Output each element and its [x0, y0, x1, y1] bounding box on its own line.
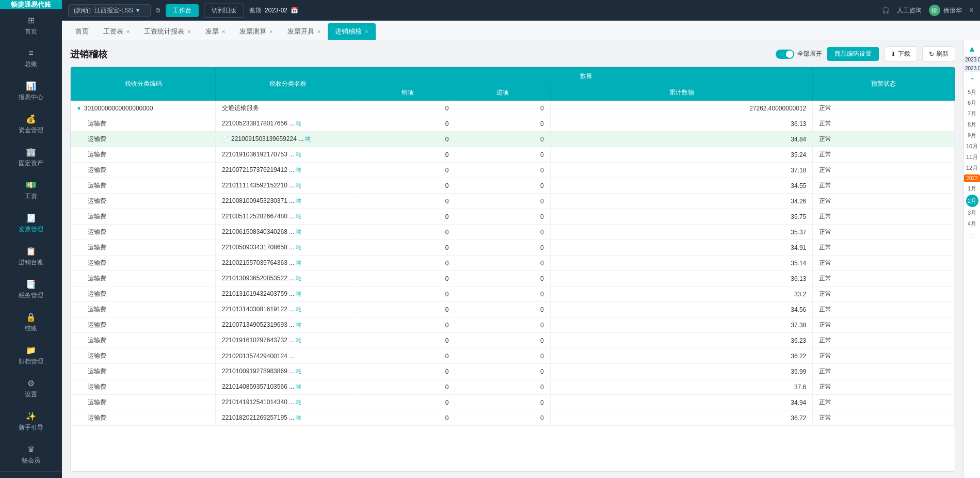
product-code-button[interactable]: 商品编码设置 [827, 47, 879, 61]
tab-payroll[interactable]: 工资表 × [96, 23, 137, 40]
tab-invoice-open-close[interactable]: × [317, 28, 320, 35]
table-row[interactable]: 运输费 2210081009453230371 ... 吨 0 0 34.26 … [71, 194, 955, 209]
table-row[interactable]: 运输费 2210141912541014340 ... 吨 0 0 34.94 … [71, 395, 955, 410]
th-total-qty: 累计数额 [550, 85, 812, 101]
table-row[interactable]: 运输费 2210050903431708658 ... 吨 0 0 34.91 … [71, 240, 955, 256]
report-icon: 📊 [26, 81, 36, 91]
tab-invoice-close[interactable]: × [222, 28, 225, 35]
table-row[interactable]: 运输费 2210051125282667480 ... 吨 0 0 35.75 … [71, 209, 955, 225]
month-1[interactable]: 1月 [964, 183, 980, 194]
sidebar-item-label: 工资 [25, 192, 37, 201]
tab-payroll-stat-close[interactable]: × [187, 28, 190, 35]
calendar-icon[interactable]: 📅 [291, 7, 298, 14]
sidebar-item-tax[interactable]: 📑 税务管理 [0, 273, 62, 306]
item-total: 37.6 [550, 379, 812, 395]
month-4[interactable]: 4月 [964, 218, 980, 229]
item-code: 2210182021269257195 ... 吨 [216, 410, 360, 426]
table-row[interactable]: 运输费 2210191610297643732 ... 吨 0 0 36.23 … [71, 333, 955, 348]
table-row[interactable]: 运输费 2210021557035764363 ... 吨 0 0 35.14 … [71, 256, 955, 271]
month-8[interactable]: 8月 [964, 119, 980, 130]
item-name: 运输费 [71, 256, 216, 271]
sidebar-item-invoice-mgmt[interactable]: 🧾 发票管理 [0, 207, 62, 240]
item-status: 正常 [813, 225, 955, 240]
month-5[interactable]: 5月 [964, 87, 980, 98]
table-row[interactable]: 运输费 2210072157376219412 ... 吨 0 0 37.18 … [71, 163, 955, 178]
table-row[interactable]: 运输费 2210100919278983869 ... 吨 0 0 35.99 … [71, 364, 955, 379]
sidebar-item-ledger[interactable]: ≡ 总账 [0, 42, 62, 75]
user-area[interactable]: 徐 徐澄华 [929, 5, 962, 16]
month-11[interactable]: 11月 [964, 152, 980, 163]
table-row[interactable]: 运输费 2210182021269257195 ... 吨 0 0 36.72 … [71, 410, 955, 426]
item-status: 正常 [813, 395, 955, 410]
table-row[interactable]: 运输费 2210061508340340268 ... 吨 0 0 35.37 … [71, 225, 955, 240]
expand-icon[interactable]: ▾ [77, 105, 81, 112]
month-6[interactable]: 6月 [964, 98, 980, 108]
reconcile-table: 税收分类编码 税收分类名称 数量 预警状态 销项 进项 累计数额 [71, 67, 955, 426]
item-status: 正常 [813, 364, 955, 379]
month-3[interactable]: 3月 [964, 208, 980, 218]
table-row[interactable]: 运输费 2210071349052319693 ... 吨 0 0 37.38 … [71, 317, 955, 333]
workspace-button[interactable]: 工作台 [166, 4, 199, 17]
sidebar-item-asset[interactable]: 🏢 固定资产 [0, 141, 62, 174]
tab-invoice-calc-close[interactable]: × [269, 28, 272, 35]
close-window-icon[interactable]: × [969, 6, 974, 15]
table-row[interactable]: 运输费 2210052338178017656 ... 吨 0 0 36.13 … [71, 116, 955, 132]
sidebar-item-settings[interactable]: ⚙ 设置 [0, 372, 62, 405]
table-row[interactable]: 运输费 📄2210091503139659224 ... 吨 0 0 34.84… [71, 132, 955, 147]
item-status: 正常 [813, 178, 955, 194]
tab-payroll-stat[interactable]: 工资统计报表 × [137, 23, 198, 40]
tab-reconcile[interactable]: 进销稽核 × [328, 23, 375, 40]
up-chevron[interactable]: ⌃ [967, 74, 977, 87]
table-row[interactable]: 运输费 2210131403081619122 ... 吨 0 0 34.56 … [71, 302, 955, 317]
month-12[interactable]: 12月 [964, 163, 980, 173]
toggle-switch[interactable] [776, 50, 794, 59]
sidebar-item-payroll[interactable]: 💵 工资 [0, 174, 62, 207]
tab-home[interactable]: 首页 [68, 23, 96, 40]
tab-invoice-open[interactable]: 发票开具 × [280, 23, 328, 40]
table-row[interactable]: 运输费 2210111143592152210 ... 吨 0 0 34.55 … [71, 178, 955, 194]
table-row[interactable]: 运输费 2210131019432403759 ... 吨 0 0 33.2 正… [71, 286, 955, 302]
item-total: 34.91 [550, 240, 812, 256]
table-row[interactable]: 运输费 2210130936520853522 ... 吨 0 0 36.13 … [71, 271, 955, 286]
tab-invoice[interactable]: 发票 × [198, 23, 232, 40]
sidebar-item-fund[interactable]: 💰 资金管理 [0, 108, 62, 141]
unpin-button[interactable]: ◁◁ 取消固定 [0, 471, 62, 478]
item-total: 36.13 [550, 116, 812, 132]
switch-version-button[interactable]: 切到旧版 [204, 4, 244, 18]
item-status: 正常 [813, 194, 955, 209]
month-10[interactable]: 10月 [964, 141, 980, 152]
table-row[interactable]: 运输费 2210191036192170753 ... 吨 0 0 35.24 … [71, 147, 955, 163]
item-code: 2210111143592152210 ... 吨 [216, 178, 360, 194]
table-row[interactable]: ▾ 30100000000000000000 交通运输服务 0 0 27262.… [71, 101, 955, 116]
table-row[interactable]: 运输费 2210201357429400124 ... 0 0 36.22 正常 [71, 348, 955, 364]
heart-icon: ♡ [967, 229, 978, 243]
sidebar-item-purchase-sale[interactable]: 📋 进销台账 [0, 240, 62, 273]
sidebar-item-report[interactable]: 📊 报表中心 [0, 75, 62, 108]
item-sales: 0 [360, 240, 455, 256]
download-button[interactable]: ⬇ 下载 [884, 46, 917, 61]
item-code: 2210051125282667480 ... 吨 [216, 209, 360, 225]
sidebar-item-archive[interactable]: 📁 归档管理 [0, 339, 62, 372]
refresh-button[interactable]: ↻ 刷新 [922, 46, 955, 61]
tab-payroll-close[interactable]: × [126, 28, 130, 35]
item-code: 2210140859357103566 ... 吨 [216, 379, 360, 395]
sidebar-item-home[interactable]: ⊞ 首页 [0, 9, 62, 42]
reconcile-table-container: 税收分类编码 税收分类名称 数量 预警状态 销项 进项 累计数额 [70, 67, 955, 472]
expand-all-toggle[interactable]: 全部展开 [776, 50, 822, 59]
sidebar-item-guide[interactable]: ✨ 新手引导 [0, 405, 62, 438]
tab-invoice-calc[interactable]: 发票测算 × [232, 23, 280, 40]
year-up-arrow[interactable]: ▲ [966, 42, 978, 56]
tab-invoice-label: 发票 [205, 27, 219, 36]
company-selector[interactable]: (勿动）江西报宝-LSS ▾ [68, 4, 151, 17]
month-9[interactable]: 9月 [964, 130, 980, 141]
month-7[interactable]: 7月 [964, 108, 980, 119]
item-code: 2210072157376219412 ... 吨 [216, 163, 360, 178]
sidebar-item-label: 结账 [25, 324, 37, 333]
table-row[interactable]: 运输费 2210140859357103566 ... 吨 0 0 37.6 正… [71, 379, 955, 395]
sidebar-item-member[interactable]: ♛ 畅会员 [0, 438, 62, 471]
sidebar-item-close[interactable]: 🔒 结账 [0, 306, 62, 339]
item-total: 35.75 [550, 209, 812, 225]
tab-reconcile-close[interactable]: × [365, 28, 368, 35]
month-2-active[interactable]: 2月 [966, 195, 978, 207]
item-code: 2210130936520853522 ... 吨 [216, 271, 360, 286]
